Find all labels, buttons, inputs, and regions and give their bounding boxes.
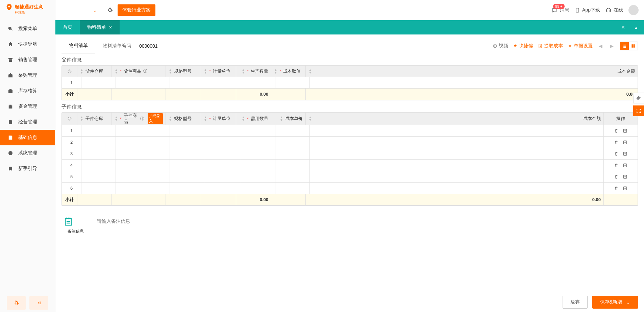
settings-footer-icon[interactable] — [7, 296, 26, 310]
parent-table: ▲▼父件仓库 ▲▼*父件商品ⓘ ▲▼规格型号 ▲▼*计量单位 ▲▼*生产数量 ▲… — [61, 65, 638, 100]
app-download-button[interactable]: App下载 — [575, 7, 600, 13]
sidebar-item-4[interactable]: 库存核算 — [0, 83, 55, 99]
child-table-row[interactable]: 4 — [62, 160, 638, 171]
chevron-down-icon: ⌄ — [626, 299, 630, 305]
row-index: 5 — [62, 171, 81, 183]
next-doc-icon[interactable]: ▶ — [609, 43, 615, 49]
sidebar-item-6[interactable]: 经营管理 — [0, 114, 55, 130]
child-col-need-qty[interactable]: ▲▼*需用数量 — [236, 113, 271, 125]
fullscreen-icon[interactable] — [633, 105, 644, 116]
save-and-new-button[interactable]: 保存&新增⌄ — [592, 296, 638, 309]
experience-demo-button[interactable]: 体验行业方案 — [118, 4, 155, 16]
nav-icon — [7, 41, 14, 47]
view-toggle — [620, 42, 638, 50]
svg-point-4 — [69, 118, 70, 119]
child-col-unit[interactable]: ▲▼*计量单位 — [201, 113, 236, 125]
prev-doc-icon[interactable]: ◀ — [597, 43, 604, 49]
add-row-icon[interactable] — [623, 140, 627, 145]
parent-col-qty[interactable]: ▲▼*生产数量 — [236, 66, 271, 77]
purchase-icon — [7, 72, 14, 78]
video-link[interactable]: 视频 — [493, 43, 508, 49]
add-row-icon[interactable] — [623, 163, 627, 168]
tab-bom[interactable]: 物料清单 ✕ — [80, 20, 120, 34]
sidebar-item-1[interactable]: 快捷导航 — [0, 37, 55, 52]
add-row-icon[interactable] — [623, 186, 627, 191]
page-content: 物料清单 物料清单编码 0000001 视频 快捷键 提取成本 单据设置 ◀ ▶ — [55, 34, 644, 292]
child-table-row[interactable]: 3 — [62, 148, 638, 160]
child-col-cost-amount[interactable]: ▲▼成本金额 — [306, 113, 604, 125]
discard-button[interactable]: 放弃 — [563, 296, 588, 309]
online-label: 在线 — [614, 7, 623, 13]
extract-cost-link[interactable]: 提取成本 — [538, 43, 563, 49]
delete-row-icon[interactable] — [614, 140, 619, 145]
child-col-product[interactable]: ▲▼*子件商品ⓘ扫码录入 — [112, 113, 166, 125]
parent-col-product[interactable]: ▲▼*父件商品ⓘ — [112, 66, 166, 77]
sidebar-item-0[interactable]: 搜索菜单 — [0, 21, 55, 37]
child-table-row[interactable]: 5 — [62, 171, 638, 183]
child-table-row[interactable]: 6 — [62, 183, 638, 194]
notes-input[interactable] — [96, 216, 636, 226]
header-gear-icon[interactable] — [107, 7, 113, 13]
org-selector[interactable]: ⌄ — [61, 4, 102, 16]
parent-table-row[interactable]: 1 — [62, 77, 638, 89]
online-support-button[interactable]: 在线 — [605, 7, 623, 13]
child-table-row[interactable]: 2 — [62, 137, 638, 148]
finance-icon — [7, 103, 14, 110]
parent-col-cost-amount[interactable]: ▲▼成本金额 — [306, 66, 638, 77]
parent-col-spec[interactable]: ▲▼规格型号 — [166, 66, 201, 77]
view-grid-icon[interactable] — [629, 42, 638, 50]
sidebar-item-7[interactable]: 基础信息 — [0, 130, 55, 145]
child-col-unit-cost[interactable]: ▲▼成本单价 — [271, 113, 306, 125]
close-all-tabs-icon[interactable]: ✕ — [618, 23, 628, 32]
inventory-icon — [7, 88, 14, 94]
child-section-title: 子件信息 — [61, 104, 638, 110]
delete-row-icon[interactable] — [614, 128, 619, 133]
parent-col-unit[interactable]: ▲▼*计量单位 — [201, 66, 236, 77]
page-title: 物料清单 — [61, 38, 95, 54]
sidebar-item-label: 快捷导航 — [18, 41, 37, 47]
app-sidebar: 畅捷通好生意 标准版 搜索菜单快捷导航销售管理采购管理库存核算资金管理经营管理基… — [0, 0, 55, 312]
child-col-warehouse[interactable]: ▲▼子件仓库 — [77, 113, 112, 125]
close-icon[interactable]: ✕ — [109, 25, 112, 30]
scan-entry-badge[interactable]: 扫码录入 — [148, 113, 163, 124]
expand-tabs-icon[interactable]: ▴ — [631, 23, 641, 32]
collapse-sidebar-icon[interactable] — [29, 296, 48, 310]
add-row-icon[interactable] — [623, 151, 627, 156]
child-table-row[interactable]: 1 — [62, 125, 638, 137]
sidebar-item-8[interactable]: 系统管理 — [0, 145, 55, 161]
sidebar-item-5[interactable]: 资金管理 — [0, 99, 55, 114]
parent-col-settings[interactable] — [62, 66, 77, 77]
sidebar-item-3[interactable]: 采购管理 — [0, 68, 55, 83]
user-avatar[interactable] — [628, 5, 639, 15]
child-col-spec[interactable]: ▲▼规格型号 — [166, 113, 201, 125]
hotkey-link[interactable]: 快捷键 — [513, 43, 533, 49]
child-col-settings[interactable] — [62, 113, 77, 125]
messages-button[interactable]: 99 + 消息 — [552, 7, 569, 13]
parent-section-title: 父件信息 — [61, 57, 638, 63]
sidebar-item-9[interactable]: 新手引导 — [0, 161, 55, 176]
parent-col-cost-method[interactable]: ▲▼*成本取值 — [271, 66, 306, 77]
sidebar-item-2[interactable]: 销售管理 — [0, 52, 55, 68]
add-row-icon[interactable] — [623, 128, 627, 133]
tab-bar: 首页 物料清单 ✕ ✕ ▴ — [55, 20, 644, 34]
sidebar-menu: 搜索菜单快捷导航销售管理采购管理库存核算资金管理经营管理基础信息系统管理新手引导 — [0, 18, 55, 179]
tab-home[interactable]: 首页 — [55, 20, 80, 34]
page-code-value: 0000001 — [139, 43, 158, 49]
svg-rect-0 — [576, 8, 579, 12]
delete-row-icon[interactable] — [614, 186, 619, 191]
info-icon: ⓘ — [140, 116, 144, 122]
app-download-label: App下载 — [582, 7, 600, 13]
delete-row-icon[interactable] — [614, 151, 619, 156]
delete-row-icon[interactable] — [614, 174, 619, 179]
notes-icon — [63, 216, 88, 226]
add-row-icon[interactable] — [623, 174, 627, 179]
svg-point-2 — [569, 45, 571, 47]
logo-sub: 标准版 — [15, 10, 50, 15]
basic-info-icon — [7, 135, 14, 141]
parent-col-warehouse[interactable]: ▲▼父件仓库 — [77, 66, 112, 77]
view-list-icon[interactable] — [620, 42, 629, 50]
logo-mark-icon — [5, 3, 13, 11]
doc-settings-link[interactable]: 单据设置 — [568, 43, 593, 49]
attachment-icon[interactable] — [633, 93, 644, 103]
delete-row-icon[interactable] — [614, 163, 619, 168]
